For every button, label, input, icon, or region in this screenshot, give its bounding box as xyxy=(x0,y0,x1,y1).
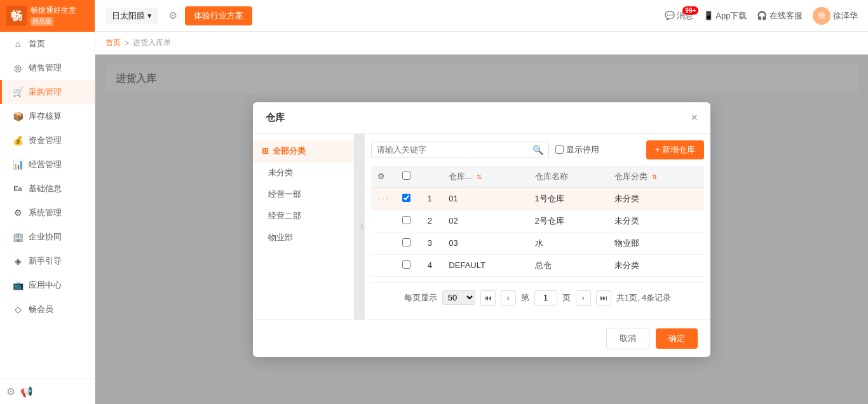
warehouse-table-wrap: ⚙ 仓库... ⇅ xyxy=(371,166,704,277)
category-label: 经营一部 xyxy=(268,189,301,199)
row-checkbox[interactable] xyxy=(402,194,410,202)
table-header-row: ⚙ 仓库... ⇅ xyxy=(371,166,704,188)
row-code: 03 xyxy=(442,232,528,254)
category-item-unclassified[interactable]: 未分类 xyxy=(253,162,354,184)
page-label: 第 xyxy=(521,292,529,304)
warehouse-modal: 仓库 × ⊞ 全部分类 未分类 经营一 xyxy=(253,102,710,357)
sidebar-bottom: ⚙ 📢 xyxy=(0,379,95,404)
main-area: 日太阳膜 ▾ ⚙ 体验行业方案 💬 消息 99+ 📱 App下载 🎧 在线客服 … xyxy=(95,0,868,404)
per-page-select[interactable]: 50 10 20 100 xyxy=(442,290,475,305)
show-disabled-check[interactable] xyxy=(555,145,564,154)
sidebar-item-label: 企业协同 xyxy=(29,231,62,243)
row-category: 未分类 xyxy=(608,254,704,276)
table-row[interactable]: 2 02 2号仓库 未分类 xyxy=(371,210,704,232)
app-download-button[interactable]: 📱 App下载 xyxy=(703,10,747,22)
avatar-circle: 徐 xyxy=(813,7,831,25)
sidebar-item-guide[interactable]: ◈ 新手引导 xyxy=(0,249,95,273)
inventory-icon: 📦 xyxy=(12,111,24,122)
th-code: 仓库... ⇅ xyxy=(442,166,528,188)
sidebar-item-basicinfo[interactable]: Ea 基础信息 xyxy=(0,177,95,201)
sidebar-item-inventory[interactable]: 📦 库存核算 xyxy=(0,104,95,128)
sidebar-item-label: 资金管理 xyxy=(29,135,62,146)
sidebar-item-capital[interactable]: 💰 资金管理 xyxy=(0,128,95,152)
breadcrumb-home[interactable]: 首页 xyxy=(105,37,121,48)
row-category: 未分类 xyxy=(608,210,704,232)
sidebar-item-home[interactable]: ⌂ 首页 xyxy=(0,32,95,56)
app-icon: 📱 xyxy=(703,11,714,20)
appcenter-icon: 📺 xyxy=(12,279,24,291)
sidebar-item-purchase[interactable]: 🛒 采购管理 xyxy=(0,80,95,104)
sort-code-icon[interactable]: ⇅ xyxy=(477,173,482,180)
trial-button[interactable]: 体验行业方案 xyxy=(185,6,252,25)
member-icon: ◇ xyxy=(12,304,24,315)
next-page-button[interactable]: › xyxy=(576,290,591,306)
show-disabled-checkbox[interactable]: 显示停用 xyxy=(555,144,599,156)
row-check-cell xyxy=(396,254,417,276)
category-label: 物业部 xyxy=(268,232,293,242)
row-index: 3 xyxy=(417,232,442,254)
row-gear xyxy=(371,254,396,276)
sidebar-item-system[interactable]: ⚙ 系统管理 xyxy=(0,201,95,225)
service-button[interactable]: 🎧 在线客服 xyxy=(757,10,803,22)
row-index: 2 xyxy=(417,210,442,232)
user-avatar[interactable]: 徐 徐泽华 xyxy=(813,7,858,25)
cancel-button[interactable]: 取消 xyxy=(606,328,649,349)
store-name: 日太阳膜 xyxy=(112,10,145,22)
sidebar-item-label: 采购管理 xyxy=(29,86,62,98)
content-panel: 🔍 显示停用 + 新增仓库 xyxy=(365,134,710,320)
confirm-button[interactable]: 确定 xyxy=(656,328,698,349)
search-bar: 🔍 显示停用 + 新增仓库 xyxy=(371,140,704,159)
first-page-button[interactable]: ⏮ xyxy=(480,290,496,306)
row-checkbox[interactable] xyxy=(402,216,410,224)
store-selector[interactable]: 日太阳膜 ▾ xyxy=(105,8,158,24)
speaker-icon[interactable]: 📢 xyxy=(20,386,33,398)
sidebar-item-label: 基础信息 xyxy=(29,183,62,194)
new-warehouse-button[interactable]: + 新增仓库 xyxy=(646,140,704,159)
modal-title: 仓库 xyxy=(266,112,285,124)
breadcrumb-current: 进货入库单 xyxy=(133,37,171,48)
page-input[interactable] xyxy=(534,290,557,306)
row-category: 未分类 xyxy=(608,187,704,210)
th-name: 仓库名称 xyxy=(529,166,608,188)
prev-page-button[interactable]: ‹ xyxy=(501,290,516,306)
category-item-property[interactable]: 物业部 xyxy=(253,227,354,248)
last-page-button[interactable]: ⏭ xyxy=(596,290,611,306)
table-row[interactable]: 3 03 水 物业部 xyxy=(371,232,704,254)
gear-icon[interactable]: ⚙ xyxy=(377,172,385,181)
sidebar-item-appcenter[interactable]: 📺 应用中心 xyxy=(0,273,95,297)
dropdown-icon: ▾ xyxy=(147,11,152,20)
settings-icon[interactable]: ⚙ xyxy=(6,386,15,398)
sidebar-item-sales[interactable]: ◎ 销售管理 xyxy=(0,56,95,80)
breadcrumb: 首页 > 进货入库单 xyxy=(95,32,868,55)
row-check-cell xyxy=(396,232,417,254)
sidebar: 畅 畅捷通好生意 精品版 ⌂ 首页 ◎ 销售管理 🛒 采购管理 📦 库存核算 💰… xyxy=(0,0,95,404)
sidebar-item-label: 应用中心 xyxy=(29,279,62,291)
row-code: 01 xyxy=(442,187,528,210)
category-all-item[interactable]: ⊞ 全部分类 xyxy=(253,140,354,162)
sidebar-item-operation[interactable]: 📊 经营管理 xyxy=(0,152,95,177)
search-input[interactable] xyxy=(377,145,532,154)
row-index: 1 xyxy=(417,187,442,210)
sidebar-item-label: 经营管理 xyxy=(29,159,62,170)
sidebar-item-member[interactable]: ◇ 畅会员 xyxy=(0,297,95,321)
modal-close-button[interactable]: × xyxy=(691,111,698,125)
search-icon[interactable]: 🔍 xyxy=(532,145,543,155)
chevron-left-icon: 《 xyxy=(357,222,363,231)
category-panel: ⊞ 全部分类 未分类 经营一部 经营二部 物业部 xyxy=(253,134,355,320)
category-label: 经营二部 xyxy=(268,211,301,220)
collapse-panel-button[interactable]: 《 xyxy=(355,134,365,320)
row-checkbox[interactable] xyxy=(402,260,410,269)
message-button[interactable]: 💬 消息 99+ xyxy=(665,10,694,22)
select-all-checkbox[interactable] xyxy=(402,172,410,180)
sort-category-icon[interactable]: ⇅ xyxy=(652,173,657,180)
th-category: 仓库分类 ⇅ xyxy=(608,166,704,188)
table-row[interactable]: 4 DEFAULT 总仓 未分类 xyxy=(371,254,704,276)
row-code: DEFAULT xyxy=(442,254,528,276)
row-checkbox[interactable] xyxy=(402,238,410,246)
category-item-dept2[interactable]: 经营二部 xyxy=(253,205,354,227)
sidebar-item-enterprise[interactable]: 🏢 企业协同 xyxy=(0,225,95,249)
category-item-dept1[interactable]: 经营一部 xyxy=(253,184,354,205)
guide-icon: ◈ xyxy=(12,255,24,267)
table-row[interactable]: ··· 1 01 1号仓库 未分类 xyxy=(371,187,704,210)
topbar-gear-icon[interactable]: ⚙ xyxy=(168,10,177,22)
